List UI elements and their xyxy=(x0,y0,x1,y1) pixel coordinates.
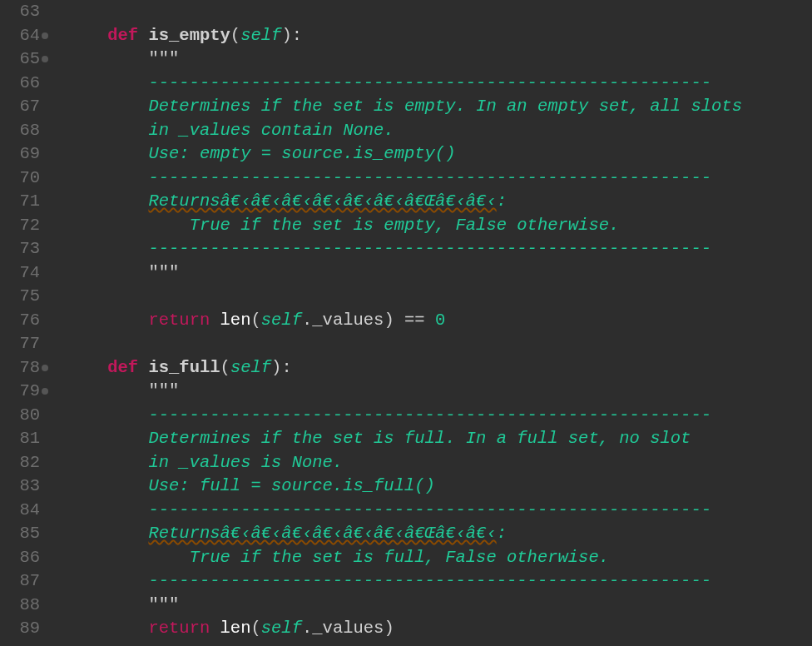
code-token xyxy=(210,619,220,638)
code-token: ----------------------------------------… xyxy=(67,500,711,519)
fold-marker-icon[interactable] xyxy=(42,388,48,395)
code-token: is_empty xyxy=(148,26,230,45)
code-token: True if the set is empty, False otherwis… xyxy=(67,216,619,235)
code-line[interactable]: return len(self._values) == 0 xyxy=(67,309,742,333)
line-number: 87 xyxy=(7,569,40,594)
code-token xyxy=(67,381,148,400)
code-line[interactable]: ----------------------------------------… xyxy=(67,166,742,191)
line-number: 70 xyxy=(7,166,40,191)
line-number: 69 xyxy=(7,142,40,166)
line-number: 72 xyxy=(7,214,40,238)
code-line[interactable] xyxy=(67,285,742,309)
code-token: in _values contain None. xyxy=(67,121,394,140)
code-token xyxy=(138,358,148,377)
code-line[interactable]: Returnsâ€‹â€‹â€‹â€‹â€‹â€‹â€Œâ€‹â€‹: xyxy=(67,190,742,214)
code-token xyxy=(67,26,107,45)
code-token: len xyxy=(220,619,251,638)
code-token: Use: empty = source.is_empty() xyxy=(67,144,455,163)
code-line[interactable]: True if the set is empty, False otherwis… xyxy=(67,214,742,238)
line-number: 79 xyxy=(7,380,40,404)
code-token: in _values is None. xyxy=(67,453,343,472)
code-token: ( xyxy=(220,358,230,377)
code-line[interactable]: ----------------------------------------… xyxy=(67,404,742,428)
line-number: 81 xyxy=(7,427,40,451)
code-line[interactable]: True if the set is full, False otherwise… xyxy=(67,546,742,570)
line-number: 74 xyxy=(7,261,40,286)
code-line[interactable]: Determines if the set is full. In a full… xyxy=(67,427,742,451)
code-token: Determines if the set is full. In a full… xyxy=(67,429,691,448)
code-line[interactable]: """ xyxy=(67,380,742,404)
line-number: 64 xyxy=(7,24,40,48)
line-number: 73 xyxy=(7,237,40,261)
line-number: 71 xyxy=(7,190,40,214)
line-number: 66 xyxy=(7,72,40,96)
code-token: ----------------------------------------… xyxy=(67,73,711,92)
code-token: : xyxy=(497,524,507,543)
code-token: def xyxy=(107,26,138,45)
line-number: 90 xyxy=(7,641,40,647)
line-number: 76 xyxy=(7,309,40,333)
code-token: self xyxy=(261,311,302,330)
code-line[interactable]: Returnsâ€‹â€‹â€‹â€‹â€‹â€‹â€Œâ€‹â€‹: xyxy=(67,522,742,546)
code-token: ----------------------------------------… xyxy=(67,405,711,425)
code-line[interactable]: in _values contain None. xyxy=(67,119,742,143)
code-token: ): xyxy=(271,358,292,377)
code-token xyxy=(67,49,148,68)
code-token xyxy=(67,358,107,377)
code-line[interactable]: """ xyxy=(67,261,742,286)
code-line[interactable]: Use: full = source.is_full() xyxy=(67,475,742,499)
line-number-gutter: 6364656667686970717273747576777879808182… xyxy=(0,0,48,646)
code-token: ( xyxy=(250,311,260,330)
line-number: 85 xyxy=(7,522,40,546)
code-line[interactable]: return len(self._values) xyxy=(67,617,742,641)
code-line[interactable]: ----------------------------------------… xyxy=(67,237,742,261)
code-token xyxy=(67,263,148,282)
line-number: 78 xyxy=(7,356,40,380)
code-line[interactable]: Use: empty = source.is_empty() xyxy=(67,142,742,166)
code-token: Returnsâ€‹â€‹â€‹â€‹â€‹â€‹â€Œâ€‹â€‹ xyxy=(148,191,496,211)
line-number: 65 xyxy=(7,47,40,72)
code-token: ( xyxy=(250,619,260,638)
line-number: 82 xyxy=(7,451,40,475)
code-area[interactable]: def is_empty(self): """ ----------------… xyxy=(48,0,742,646)
code-line[interactable] xyxy=(67,0,742,24)
line-number: 83 xyxy=(7,475,40,499)
code-token: ----------------------------------------… xyxy=(67,239,711,258)
line-number: 84 xyxy=(7,499,40,523)
code-token: Returnsâ€‹â€‹â€‹â€‹â€‹â€‹â€Œâ€‹â€‹ xyxy=(148,524,496,543)
code-token: self xyxy=(240,26,281,45)
code-editor[interactable]: 6364656667686970717273747576777879808182… xyxy=(0,0,812,646)
line-number: 63 xyxy=(7,0,40,24)
code-token: """ xyxy=(148,263,179,282)
code-token: len xyxy=(220,311,251,330)
code-token: ( xyxy=(230,26,240,45)
code-token xyxy=(67,311,148,330)
fold-marker-icon[interactable] xyxy=(42,56,48,62)
code-token: ----------------------------------------… xyxy=(67,571,711,590)
fold-marker-icon[interactable] xyxy=(42,365,48,371)
line-number: 88 xyxy=(7,594,40,618)
code-line[interactable]: Determines if the set is empty. In an em… xyxy=(67,95,742,119)
code-token: """ xyxy=(148,381,179,400)
code-line[interactable]: """ xyxy=(67,47,742,72)
code-line[interactable]: ----------------------------------------… xyxy=(67,499,742,523)
code-line[interactable]: def is_full(self): xyxy=(67,356,742,380)
code-token: """ xyxy=(148,49,179,68)
fold-marker-icon[interactable] xyxy=(42,32,48,39)
code-token: def xyxy=(107,358,138,377)
line-number: 75 xyxy=(7,285,40,309)
code-token: : xyxy=(497,191,507,211)
code-token: return xyxy=(148,311,210,330)
code-line[interactable]: ----------------------------------------… xyxy=(67,569,742,594)
code-token: ): xyxy=(281,26,302,45)
line-number: 86 xyxy=(7,546,40,570)
code-line[interactable]: def is_empty(self): xyxy=(67,24,742,48)
code-token: Determines if the set is empty. In an em… xyxy=(67,97,742,116)
code-line[interactable] xyxy=(67,641,742,647)
code-line[interactable] xyxy=(67,332,742,356)
code-line[interactable]: ----------------------------------------… xyxy=(67,72,742,96)
code-token xyxy=(67,524,148,543)
code-line[interactable]: """ xyxy=(67,594,742,618)
code-token: ._values) == xyxy=(302,311,435,330)
code-line[interactable]: in _values is None. xyxy=(67,451,742,475)
